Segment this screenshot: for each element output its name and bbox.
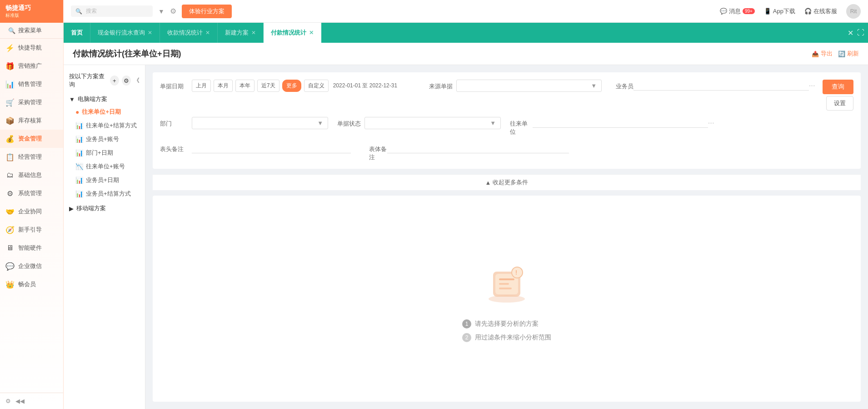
panel-add-btn[interactable]: + [110,76,119,86]
body-note-input[interactable] [387,142,569,153]
unit-input[interactable] [533,117,708,128]
scheme-item-unit-settle[interactable]: 📊 往来单位+结算方式 [64,119,145,132]
tab-payment-stat[interactable]: 付款情况统计 ✕ [264,23,321,43]
app-download-button[interactable]: 📱 App下载 [764,7,795,15]
search-label: 搜索菜单 [18,26,42,35]
date-btn-this-month[interactable]: 本月 [214,80,233,92]
tab-bank-flow[interactable]: 现金银行流水查询 ✕ [90,23,160,43]
status-chevron-icon: ▼ [490,120,496,126]
staff-label: 业务员 [602,80,634,91]
page-title: 付款情况统计(往来单位+日期) [73,48,181,59]
system-icon: ⚙ [5,189,15,198]
date-btn-custom[interactable]: 自定义 [304,80,329,92]
scheme-item-staff-account[interactable]: 📊 业务员+账号 [64,132,145,146]
scheme-item-unit-account[interactable]: 📉 往来单位+账号 [64,160,145,173]
topbar-gear-icon[interactable]: ⚙ [170,7,176,15]
scheme-item-dept-date[interactable]: 📊 部门+日期 [64,146,145,160]
scheme-chart-icon: 📊 [75,149,83,157]
staff-input[interactable] [634,80,809,91]
unit-dots-icon[interactable]: ··· [708,119,714,126]
export-icon: 📤 [812,50,819,57]
refresh-label: 刷新 [847,50,859,58]
mobile-group-title[interactable]: ▶ 移动端方案 [64,202,145,214]
dept-select[interactable]: ▼ [192,117,328,129]
query-actions: 查询 设置 [823,80,853,111]
body-note-filter [387,142,853,153]
dept-label: 部门 [160,117,192,128]
svg-rect-5 [499,288,512,289]
tab-receipt-stat-close[interactable]: ✕ [205,30,210,36]
topbar-dropdown-arrow[interactable]: ▼ [158,8,165,15]
filter-row-1: 单据日期 上月 本月 本年 近7天 更多 自定义 2022-01-01 至 20… [160,80,853,111]
message-button[interactable]: 💬 消息 99+ [720,7,755,15]
unit-filter: ··· [533,117,714,128]
export-button[interactable]: 📤 导出 [812,50,833,58]
user-avatar[interactable]: Rit [846,4,861,19]
sidebar-item-label: 采购管理 [18,98,42,106]
empty-state: ! 1 请先选择要分析的方案 2 用过滤条件来缩小分析范围 [153,196,861,402]
scheme-item-staff-date[interactable]: 📊 业务员+日期 [64,173,145,187]
tab-new-scheme-close[interactable]: ✕ [251,30,256,36]
tab-close-all-icon[interactable]: ✕ [848,29,853,37]
tab-expand-icon[interactable]: ⛶ [857,29,864,37]
scheme-item-staff-settle[interactable]: 📊 业务员+结算方式 [64,187,145,201]
topbar-search[interactable]: 🔍 搜索 [71,5,153,17]
date-btn-this-year[interactable]: 本年 [235,80,254,92]
sidebar-item-sales[interactable]: 📊 销售管理 [0,75,63,93]
tab-receipt-stat[interactable]: 收款情况统计 ✕ [160,23,218,43]
staff-dots-icon[interactable]: ··· [809,82,815,89]
status-select[interactable]: ▼ [364,117,501,129]
sidebar-item-guide[interactable]: 🧭 新手引导 [0,221,63,239]
online-service-label: 在线客服 [813,7,837,15]
source-select[interactable]: ▼ [456,80,602,92]
scheme-item-unit-date[interactable]: ● 往来单位+日期 [64,105,145,119]
desktop-group-title[interactable]: ▼ 电脑端方案 [64,93,145,105]
page-actions: 📤 导出 🔄 刷新 [812,50,859,58]
tab-new-scheme[interactable]: 新建方案 ✕ [218,23,264,43]
tab-home[interactable]: 首页 [64,23,90,43]
sidebar-item-vip[interactable]: 👑 畅会员 [0,275,63,293]
trial-button[interactable]: 体验行业方案 [182,5,232,18]
refresh-button[interactable]: 🔄 刷新 [838,50,859,58]
sidebar-item-label: 销售管理 [18,80,42,88]
topbar-search-text: 搜索 [86,7,97,15]
marketing-icon: 🎁 [5,61,15,71]
panel-settings-btn[interactable]: ⚙ [122,76,131,86]
query-button[interactable]: 查询 [823,80,853,94]
collapse-more-btn[interactable]: ▲ 收起更多条件 [153,174,861,190]
sidebar-item-enterprise[interactable]: 🤝 企业协同 [0,202,63,221]
header-note-input[interactable] [192,142,351,153]
sidebar-item-operation[interactable]: 📋 经营管理 [0,148,63,166]
tip-text-2: 用过滤条件来缩小分析范围 [475,333,551,342]
sidebar-item-purchase[interactable]: 🛒 采购管理 [0,93,63,111]
date-btn-7days[interactable]: 近7天 [257,80,279,92]
source-label: 来源单据 [420,80,456,91]
sidebar-search[interactable]: 🔍 搜索菜单 [0,23,63,39]
sidebar-item-marketing[interactable]: 🎁 营销推广 [0,57,63,75]
left-panel: 按以下方案查询 + ⚙ 《 ▼ 电脑端方案 ● 往来单位+日期 📊 往来单位+结… [64,65,145,409]
filter-settings-button[interactable]: 设置 [826,96,853,111]
svg-rect-4 [499,283,509,285]
date-btn-last-month[interactable]: 上月 [192,80,211,92]
sidebar-item-system[interactable]: ⚙ 系统管理 [0,184,63,202]
status-label: 单据状态 [328,117,364,128]
date-btn-more[interactable]: 更多 [282,80,301,92]
finance-icon: 💰 [5,134,15,143]
sidebar-item-inventory[interactable]: 📦 库存核算 [0,111,63,130]
sidebar-item-wechat[interactable]: 💬 企业微信 [0,257,63,275]
sidebar-settings-icon[interactable]: ⚙ [5,398,11,404]
sidebar-item-basic[interactable]: 🗂 基础信息 [0,166,63,184]
sidebar-item-finance[interactable]: 💰 资金管理 [0,130,63,148]
panel-collapse-btn[interactable]: 《 [134,76,140,85]
sidebar-item-hardware[interactable]: 🖥 智能硬件 [0,239,63,257]
scheme-item-label: 业务员+账号 [86,135,119,143]
tab-payment-stat-close[interactable]: ✕ [309,30,314,36]
sidebar-item-quick-nav[interactable]: ⚡ 快捷导航 [0,39,63,57]
sidebar-item-label: 企业协同 [18,207,42,216]
sidebar-collapse-icon[interactable]: ◀◀ [15,398,25,404]
chevron-down-icon: ▼ [69,96,75,103]
basic-icon: 🗂 [5,171,15,180]
tab-bank-flow-close[interactable]: ✕ [148,30,152,36]
online-service-button[interactable]: 🎧 在线客服 [804,7,837,15]
tab-receipt-stat-label: 收款情况统计 [167,29,203,37]
